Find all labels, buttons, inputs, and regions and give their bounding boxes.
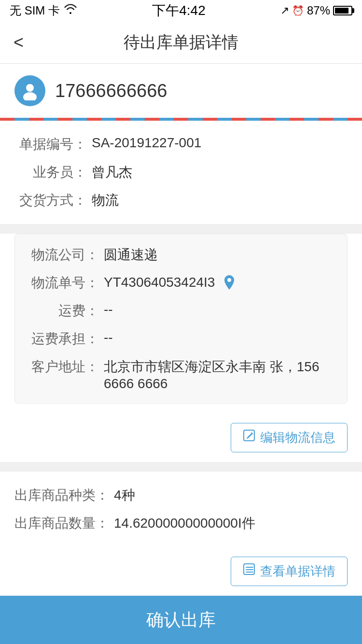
salesman-row: 业务员： 曾凡杰 — [14, 163, 348, 182]
back-button[interactable]: < — [14, 32, 24, 53]
logistics-company-row: 物流公司： 圆通速递 — [27, 246, 335, 264]
delivery-value: 物流 — [92, 191, 348, 210]
order-no-label: 单据编号： — [14, 135, 87, 154]
edit-logistics-button[interactable]: 编辑物流信息 — [231, 423, 348, 452]
view-detail-label: 查看单据详情 — [260, 563, 335, 580]
logistics-company-label: 物流公司： — [27, 246, 99, 264]
goods-quantity-row: 出库商品数量： 14.62000000000000I件 — [14, 514, 348, 532]
list-icon — [243, 563, 256, 580]
svg-point-2 — [227, 278, 231, 282]
freight-label: 运费： — [27, 302, 99, 320]
basic-info-section: 单据编号： SA-20191227-001 业务员： 曾凡杰 交货方式： 物流 — [0, 121, 362, 224]
page-title: 待出库单据详情 — [124, 31, 238, 54]
confirm-button-label: 确认出库 — [146, 608, 216, 632]
confirm-button[interactable]: 确认出库 — [0, 596, 362, 644]
address-value: 北京市市辖区海淀区永丰南 张，156 6666 6666 — [104, 358, 335, 392]
user-avatar-icon — [20, 81, 40, 100]
section-divider-1 — [0, 462, 362, 472]
delivery-label: 交货方式： — [14, 191, 87, 210]
salesman-label: 业务员： — [14, 163, 87, 182]
goods-quantity-label: 出库商品数量： — [14, 514, 109, 532]
battery-percent: 87% — [307, 4, 330, 17]
freight-bearer-value: -- — [104, 330, 335, 345]
address-row: 客户地址： 北京市市辖区海淀区永丰南 张，156 6666 6666 — [27, 358, 335, 392]
freight-bearer-row: 运费承担： -- — [27, 330, 335, 348]
edit-logistics-label: 编辑物流信息 — [260, 429, 335, 446]
freight-row: 运费： -- — [27, 302, 335, 320]
address-label: 客户地址： — [27, 358, 99, 376]
logistics-wrapper: 物流公司： 圆通速递 物流单号： YT43064053424I3 运费： — [0, 234, 362, 462]
logistics-tracking-label: 物流单号： — [27, 274, 99, 292]
user-header: 17666666666 — [0, 64, 362, 118]
goods-section: 出库商品种类： 4种 出库商品数量： 14.62000000000000I件 — [0, 472, 362, 547]
nav-bar: < 待出库单据详情 — [0, 21, 362, 64]
status-bar: 无 SIM 卡 下午4:42 ↗ ⏰ 87% — [0, 0, 362, 21]
logistics-tracking-row: 物流单号： YT43064053424I3 — [27, 274, 335, 292]
carrier-text: 无 SIM 卡 — [10, 3, 60, 18]
svg-point-1 — [23, 92, 37, 100]
freight-value: -- — [104, 302, 335, 317]
goods-type-row: 出库商品种类： 4种 — [14, 486, 348, 504]
salesman-value: 曾凡杰 — [92, 163, 348, 182]
order-no-row: 单据编号： SA-20191227-001 — [14, 135, 348, 154]
delivery-row: 交货方式： 物流 — [14, 191, 348, 210]
goods-quantity-value: 14.62000000000000I件 — [114, 514, 348, 532]
status-left: 无 SIM 卡 — [10, 3, 77, 18]
status-time: 下午4:42 — [152, 1, 206, 20]
location-status-icon: ↗ — [280, 4, 289, 17]
main-content: 17666666666 单据编号： SA-20191227-001 业务员： 曾… — [0, 64, 362, 644]
goods-type-value: 4种 — [114, 486, 348, 504]
svg-point-0 — [26, 84, 34, 92]
logistics-company-value: 圆通速递 — [104, 246, 335, 264]
alarm-icon: ⏰ — [292, 5, 304, 16]
edit-icon — [243, 429, 256, 446]
view-detail-button[interactable]: 查看单据详情 — [231, 557, 348, 586]
view-detail-container: 查看单据详情 — [0, 547, 362, 596]
freight-bearer-label: 运费承担： — [27, 330, 99, 348]
edit-btn-container: 编辑物流信息 — [0, 413, 362, 462]
battery-icon — [333, 6, 352, 15]
user-phone: 17666666666 — [55, 81, 167, 101]
svg-rect-4 — [244, 564, 254, 574]
logistics-tracking-value-container: YT43064053424I3 — [104, 274, 335, 291]
avatar — [14, 75, 45, 106]
map-pin-icon[interactable] — [221, 274, 238, 291]
wifi-icon — [64, 4, 77, 17]
order-no-value: SA-20191227-001 — [92, 135, 348, 151]
status-right: ↗ ⏰ 87% — [280, 4, 352, 17]
logistics-tracking-value: YT43064053424I3 — [104, 275, 215, 290]
goods-type-label: 出库商品种类： — [14, 486, 109, 504]
logistics-card: 物流公司： 圆通速递 物流单号： YT43064053424I3 运费： — [14, 234, 348, 404]
